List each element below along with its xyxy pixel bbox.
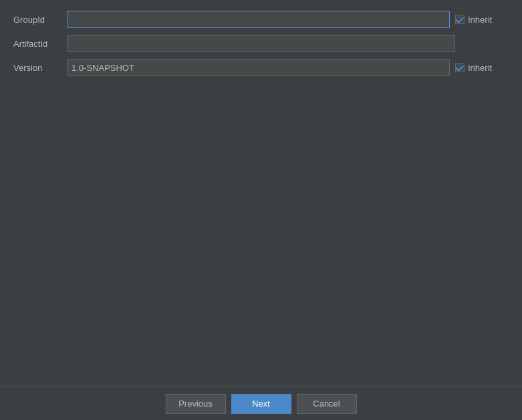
groupid-input[interactable]: [67, 11, 450, 28]
version-row: Version Inherit: [13, 59, 509, 76]
version-input[interactable]: [67, 59, 450, 76]
previous-button[interactable]: Previous: [166, 394, 226, 414]
artifactid-row: ArtifactId: [13, 35, 509, 52]
form-area: GroupId Inherit ArtifactId Version Inher…: [0, 0, 522, 387]
groupid-row: GroupId Inherit: [13, 11, 509, 28]
version-inherit-container: Inherit: [455, 63, 509, 73]
groupid-label: GroupId: [13, 15, 67, 25]
groupid-inherit-container: Inherit: [455, 15, 509, 25]
next-button[interactable]: Next: [231, 394, 291, 414]
cancel-button[interactable]: Cancel: [297, 394, 357, 414]
artifactid-input[interactable]: [67, 35, 455, 52]
footer-area: Previous Next Cancel: [0, 387, 522, 420]
version-inherit-checkbox[interactable]: [455, 63, 465, 72]
artifactid-label: ArtifactId: [13, 39, 67, 49]
main-container: GroupId Inherit ArtifactId Version Inher…: [0, 0, 522, 420]
groupid-inherit-label[interactable]: Inherit: [468, 15, 492, 25]
version-inherit-label[interactable]: Inherit: [468, 63, 492, 73]
version-label: Version: [13, 63, 67, 73]
groupid-inherit-checkbox[interactable]: [455, 15, 465, 24]
